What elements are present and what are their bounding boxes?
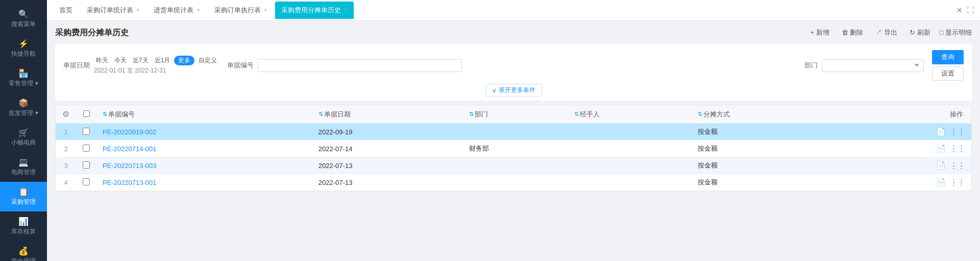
row-checkbox-0[interactable] (76, 124, 96, 140)
col-date-label: 单据日期 (324, 110, 351, 119)
delete-button[interactable]: 🗑 删除 (839, 27, 867, 39)
sidebar-icon-0: 🔍 (18, 9, 29, 19)
tab-4[interactable]: 采购费用分摊单历史× (275, 2, 353, 19)
row-checkbox-input-2[interactable] (83, 161, 90, 169)
row-date-1: 2022-07-14 (312, 140, 463, 157)
tab-close-2[interactable]: × (197, 7, 200, 13)
date-label: 单据日期 (63, 61, 90, 70)
date-range-text: 2022-01-01 至 2022-12-31 (94, 66, 219, 75)
sidebar-item-库存核算[interactable]: 📊 库存核算 (0, 211, 47, 241)
row-checkbox-input-1[interactable] (83, 145, 90, 152)
tab-bar: 首页采购订单统计表×进货单统计表×采购订单执行表×采购费用分摊单历史× ✕ ⛶ (47, 0, 980, 20)
sidebar-item-快捷导航[interactable]: ⚡ 快捷导航 (0, 34, 47, 63)
shortcut-more[interactable]: 更多 (174, 56, 194, 65)
row-no-0: 1 (56, 124, 76, 140)
row-no-3: 4 (56, 174, 76, 191)
settings-button[interactable]: 设置 (932, 66, 964, 81)
data-table: ⚙ ⇅单据编号 ⇅单据日期 ⇅部门 (56, 105, 971, 191)
doc-no-column-header[interactable]: ⇅单据编号 (96, 105, 312, 124)
sidebar-icon-6: 📋 (18, 187, 29, 197)
table-row: 3 PE-20220713-003 2022-07-13 按金额 📄 ⋮⋮ (56, 157, 971, 174)
row-date-2: 2022-07-13 (312, 157, 463, 174)
dept-label: 部门 (804, 61, 818, 70)
sidebar-label-5: 电商管理 (11, 168, 36, 177)
tab-2[interactable]: 进货单统计表× (148, 2, 206, 19)
row-doc-no-3[interactable]: PE-20220713-001 (96, 174, 312, 191)
shortcut-yesterday[interactable]: 昨天 (94, 56, 110, 65)
show-cols-button[interactable]: □ 显示明细 (940, 28, 972, 37)
expand-window-icon[interactable]: ⛶ (967, 6, 974, 14)
row-checkbox-2[interactable] (76, 157, 96, 174)
row-handler-2 (568, 157, 692, 174)
dept-select[interactable]: 财务部 (822, 59, 924, 72)
doc-no-link-3[interactable]: PE-20220713-001 (103, 179, 157, 186)
col-dept-label: 部门 (475, 110, 488, 119)
query-button[interactable]: 查询 (932, 50, 964, 64)
gear-column-header[interactable]: ⚙ (56, 105, 76, 124)
col-handler-label: 经手人 (580, 110, 600, 119)
sidebar-item-零售管理[interactable]: 🏪 零售管理 ▾ (0, 63, 47, 93)
tab-label-0: 首页 (59, 6, 72, 15)
sidebar-item-采购管理[interactable]: 📋 采购管理 (0, 182, 47, 211)
table-header: ⚙ ⇅单据编号 ⇅单据日期 ⇅部门 (56, 105, 971, 124)
row-doc-no-0[interactable]: PE-20220919-002 (96, 124, 312, 140)
row-more-icon-2[interactable]: ⋮⋮ (950, 161, 965, 170)
row-checkbox-3[interactable] (76, 174, 96, 191)
sidebar-icon-1: ⚡ (18, 39, 29, 49)
shortcut-7days[interactable]: 近7天 (131, 56, 151, 65)
close-window-icon[interactable]: ✕ (957, 6, 963, 14)
row-no-2: 3 (56, 157, 76, 174)
row-edit-icon-1[interactable]: 📄 (936, 144, 946, 153)
row-dept-3 (463, 174, 568, 191)
sidebar-item-资金管理[interactable]: 💰 资金管理 (0, 241, 47, 261)
row-handler-1 (568, 140, 692, 157)
row-dept-1: 财务部 (463, 140, 568, 157)
sidebar-item-电商管理[interactable]: 💻 电商管理 (0, 152, 47, 182)
tab-close-4[interactable]: × (344, 7, 347, 13)
search-area: 单据日期 昨天 今天 近7天 近1月 更多 自定义 2022-01-01 至 2… (55, 44, 972, 101)
tab-3[interactable]: 采购订单执行表× (208, 2, 273, 19)
col-method-label: 分摊方式 (703, 110, 730, 119)
doc-no-link-1[interactable]: PE-20220714-001 (103, 145, 157, 153)
refresh-button[interactable]: ↻ 刷新 (906, 27, 934, 39)
doc-no-link-0[interactable]: PE-20220919-002 (103, 128, 157, 136)
sidebar-label-4: 小畅电商 (11, 138, 36, 147)
row-handler-0 (568, 124, 692, 140)
shortcut-custom[interactable]: 自定义 (197, 56, 219, 65)
row-edit-icon-2[interactable]: 📄 (936, 161, 946, 170)
doc-no-input[interactable] (258, 59, 462, 72)
row-checkbox-input-0[interactable] (83, 128, 90, 135)
shortcut-1month[interactable]: 近1月 (153, 56, 173, 65)
date-column-header[interactable]: ⇅单据日期 (312, 105, 463, 124)
row-doc-no-2[interactable]: PE-20220713-003 (96, 157, 312, 174)
doc-no-link-2[interactable]: PE-20220713-003 (103, 162, 157, 170)
export-button[interactable]: ↗ 导出 (872, 27, 900, 39)
tab-label-3: 采购订单执行表 (214, 6, 261, 15)
dept-column-header[interactable]: ⇅部门 (463, 105, 568, 124)
sidebar-item-搜索菜单[interactable]: 🔍 搜索菜单 (0, 4, 47, 34)
sidebar-item-批发管理[interactable]: 📦 批发管理 ▾ (0, 93, 47, 123)
row-no-1: 2 (56, 140, 76, 157)
tab-1[interactable]: 采购订单统计表× (81, 2, 145, 19)
sidebar-label-3: 批发管理 ▾ (9, 109, 38, 117)
sidebar-item-小畅电商[interactable]: 🛒 小畅电商 (0, 123, 47, 152)
row-doc-no-1[interactable]: PE-20220714-001 (96, 140, 312, 157)
method-column-header[interactable]: ⇅分摊方式 (692, 105, 837, 124)
tab-close-3[interactable]: × (264, 7, 267, 13)
add-button[interactable]: + 新增 (807, 27, 832, 39)
expand-conditions-button[interactable]: ∨ 展开更多条件 (485, 84, 542, 97)
shortcut-today[interactable]: 今天 (112, 56, 129, 65)
row-more-icon-0[interactable]: ⋮⋮ (950, 127, 965, 136)
row-checkbox-1[interactable] (76, 140, 96, 157)
dept-field: 部门 财务部 (804, 59, 924, 72)
row-edit-icon-0[interactable]: 📄 (936, 127, 946, 136)
tab-0[interactable]: 首页 (53, 2, 79, 19)
tab-close-1[interactable]: × (136, 7, 139, 13)
row-edit-icon-3[interactable]: 📄 (936, 178, 946, 187)
row-more-icon-1[interactable]: ⋮⋮ (950, 144, 965, 153)
row-dept-0 (463, 124, 568, 140)
handler-column-header[interactable]: ⇅经手人 (568, 105, 692, 124)
row-checkbox-input-3[interactable] (83, 178, 90, 185)
select-all-checkbox[interactable] (83, 110, 90, 117)
row-more-icon-3[interactable]: ⋮⋮ (950, 178, 965, 187)
